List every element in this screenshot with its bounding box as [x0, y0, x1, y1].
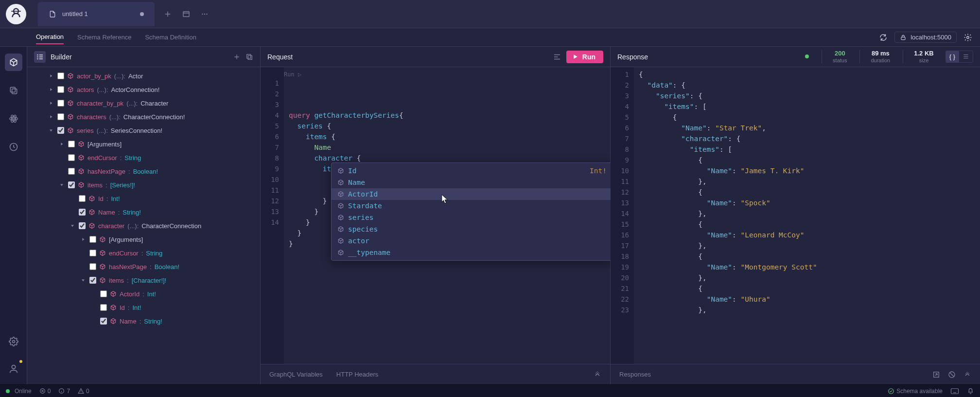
- tree-row[interactable]: series(...): SeriesConnection!: [27, 124, 260, 137]
- tree-row[interactable]: character(...): CharacterConnection: [27, 219, 260, 233]
- tree-row[interactable]: actors(...): ActorConnection!: [27, 83, 260, 96]
- tree-row[interactable]: Id: Int!: [27, 192, 260, 205]
- twisty-icon[interactable]: [48, 101, 54, 106]
- tree-row[interactable]: Name: String!: [27, 314, 260, 328]
- request-editor[interactable]: 1234567891011121314 Run ▷ query getChara…: [261, 67, 610, 364]
- response-line[interactable]: "Name": "Star Trek",: [639, 123, 980, 133]
- code-line[interactable]: character {: [289, 153, 610, 163]
- builder-tree-icon[interactable]: [34, 51, 46, 63]
- code-line[interactable]: Name: [289, 142, 610, 153]
- response-line[interactable]: {: [639, 155, 980, 165]
- tree-row[interactable]: items: [Character!]!: [27, 273, 260, 287]
- status-online[interactable]: Online: [6, 388, 32, 395]
- tree-checkbox[interactable]: [57, 100, 64, 107]
- collapse-up-icon[interactable]: [594, 371, 601, 379]
- twisty-icon[interactable]: [58, 182, 65, 187]
- response-line[interactable]: {: [639, 187, 980, 198]
- collapse-up-icon[interactable]: [963, 371, 971, 379]
- response-line[interactable]: },: [639, 305, 980, 315]
- more-icon[interactable]: [200, 10, 209, 18]
- twisty-icon[interactable]: [48, 114, 54, 119]
- tree-row[interactable]: endCursor: String: [27, 151, 260, 164]
- new-tab-button[interactable]: [163, 10, 172, 18]
- window-icon[interactable]: [182, 10, 191, 18]
- tree-row[interactable]: [Arguments]: [27, 137, 260, 151]
- response-line[interactable]: "Name": "Uhura": [639, 294, 980, 305]
- tree-checkbox[interactable]: [57, 127, 64, 134]
- response-line[interactable]: "data": {: [639, 80, 980, 90]
- subtab-schema-reference[interactable]: Schema Reference: [77, 31, 131, 44]
- autocomplete-popup[interactable]: IdInt!NameActorIdStardateseriesspeciesac…: [331, 162, 613, 261]
- tree-checkbox[interactable]: [57, 86, 64, 93]
- tree-row[interactable]: hasNextPage: Boolean!: [27, 164, 260, 178]
- tree-checkbox[interactable]: [100, 290, 107, 297]
- autocomplete-item[interactable]: series: [332, 212, 612, 223]
- autocomplete-item[interactable]: actor: [332, 235, 612, 247]
- builder-add-icon[interactable]: [233, 53, 241, 61]
- format-list-icon[interactable]: [959, 51, 973, 62]
- twisty-icon[interactable]: [80, 237, 87, 242]
- autocomplete-item[interactable]: IdInt!: [332, 165, 612, 177]
- response-line[interactable]: "items": [: [639, 101, 980, 112]
- tree-row[interactable]: endCursor: String: [27, 246, 260, 260]
- response-viewer[interactable]: 1234567891011121314151617181920212223 { …: [611, 67, 980, 364]
- tree-checkbox[interactable]: [79, 195, 86, 202]
- status-warnings[interactable]: 0: [78, 388, 89, 395]
- autocomplete-item[interactable]: Stardate: [332, 200, 612, 212]
- tree-checkbox[interactable]: [68, 168, 75, 175]
- autocomplete-item[interactable]: Name: [332, 177, 612, 188]
- twisty-icon[interactable]: [58, 142, 65, 146]
- tree-row[interactable]: actor_by_pk(...): Actor: [27, 69, 260, 83]
- tree-checkbox[interactable]: [89, 236, 96, 243]
- tree-checkbox[interactable]: [89, 250, 96, 256]
- editor-tab[interactable]: untitled 1: [38, 2, 155, 26]
- format-icon[interactable]: [553, 53, 561, 61]
- settings-view-icon[interactable]: [5, 333, 22, 350]
- tree-checkbox[interactable]: [68, 181, 75, 188]
- tree-checkbox[interactable]: [89, 277, 96, 284]
- response-line[interactable]: },: [639, 240, 980, 251]
- copy-view-icon[interactable]: [5, 82, 22, 99]
- response-code[interactable]: { "data": { "series": { "items": [ { "Na…: [634, 67, 980, 364]
- tree-row[interactable]: Name: String!: [27, 205, 260, 219]
- tree-row[interactable]: items: [Series!]!: [27, 178, 260, 192]
- status-schema[interactable]: Schema available: [888, 388, 943, 395]
- app-logo[interactable]: [6, 4, 26, 24]
- subtab-operation[interactable]: Operation: [36, 30, 64, 44]
- tree-row[interactable]: characters(...): CharacterConnection!: [27, 110, 260, 124]
- response-line[interactable]: "Name": "Montgomery Scott": [639, 262, 980, 272]
- twisty-icon[interactable]: [48, 128, 54, 133]
- tree-row[interactable]: [Arguments]: [27, 233, 260, 246]
- open-external-icon[interactable]: [932, 371, 940, 379]
- tree-checkbox[interactable]: [100, 304, 107, 311]
- tree-checkbox[interactable]: [68, 141, 75, 147]
- code-line[interactable]: items {: [289, 131, 610, 142]
- twisty-icon[interactable]: [48, 87, 54, 92]
- response-line[interactable]: {: [639, 69, 980, 80]
- headers-tab[interactable]: HTTP Headers: [336, 371, 378, 378]
- response-line[interactable]: },: [639, 176, 980, 187]
- keyboard-icon[interactable]: [950, 388, 959, 395]
- response-line[interactable]: {: [639, 219, 980, 230]
- atom-view-icon[interactable]: [5, 110, 22, 127]
- tree-checkbox[interactable]: [57, 113, 64, 120]
- status-errors[interactable]: 0: [39, 388, 51, 395]
- autocomplete-item[interactable]: species: [332, 223, 612, 235]
- response-line[interactable]: },: [639, 272, 980, 283]
- subtab-schema-definition[interactable]: Schema Definition: [145, 31, 196, 44]
- cancel-icon[interactable]: [948, 371, 956, 379]
- tree-checkbox[interactable]: [79, 222, 86, 229]
- tree-row[interactable]: hasNextPage: Boolean!: [27, 260, 260, 273]
- response-line[interactable]: {: [639, 283, 980, 294]
- response-line[interactable]: },: [639, 208, 980, 219]
- response-line[interactable]: "Name": "Leonard McCoy": [639, 230, 980, 240]
- twisty-icon[interactable]: [48, 73, 54, 78]
- tree-row[interactable]: Id: Int!: [27, 301, 260, 314]
- code-line[interactable]: query getCharacterbySeries{: [289, 110, 610, 121]
- tree-checkbox[interactable]: [79, 209, 86, 216]
- responses-label[interactable]: Responses: [619, 371, 651, 378]
- response-line[interactable]: "Name": "James T. Kirk": [639, 165, 980, 176]
- response-line[interactable]: "character": {: [639, 133, 980, 144]
- settings-gear-icon[interactable]: [963, 33, 972, 42]
- builder-view-icon[interactable]: [5, 54, 22, 71]
